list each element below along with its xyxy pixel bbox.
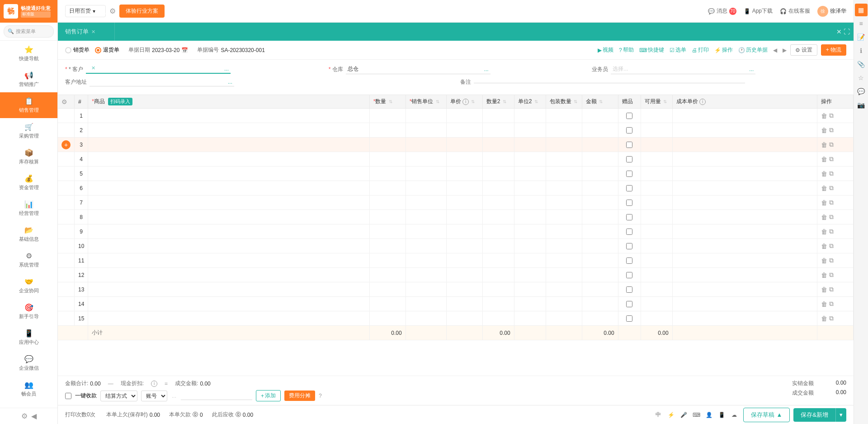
available-cell[interactable]: [641, 297, 672, 311]
product-cell[interactable]: [88, 210, 369, 224]
product-cell[interactable]: [88, 268, 369, 282]
qty-cell[interactable]: [369, 239, 406, 253]
column-settings-header[interactable]: ⚙: [58, 95, 75, 109]
cost-price-cell[interactable]: [672, 311, 817, 326]
discount-info-icon[interactable]: i: [151, 381, 157, 387]
pack-qty-cell[interactable]: [546, 239, 582, 253]
amount-cell[interactable]: [582, 167, 618, 181]
amount-cell[interactable]: [582, 195, 618, 210]
cost-price-cell[interactable]: [672, 109, 817, 123]
price-cell[interactable]: [446, 253, 482, 268]
cost-price-cell[interactable]: [672, 268, 817, 282]
qty2-cell[interactable]: [482, 210, 514, 224]
pack-qty-cell[interactable]: [546, 224, 582, 239]
pack-qty-cell[interactable]: [546, 181, 582, 195]
qty-cell[interactable]: [369, 253, 406, 268]
delete-row-icon[interactable]: 🗑: [821, 141, 827, 148]
qty-cell[interactable]: [369, 297, 406, 311]
pack-qty-cell[interactable]: [546, 311, 582, 326]
product-cell[interactable]: [88, 138, 369, 152]
qty-cell[interactable]: [369, 109, 406, 123]
s-icon-3[interactable]: 🎤: [678, 410, 689, 420]
sidebar-item-appstore[interactable]: 📱应用中心: [0, 324, 57, 350]
address-input[interactable]: ...: [90, 78, 234, 86]
delete-row-icon[interactable]: 🗑: [821, 228, 827, 235]
qty2-cell[interactable]: [482, 268, 514, 282]
calendar-icon[interactable]: 📅: [181, 47, 188, 53]
sidebar-collapse-icon[interactable]: ◀: [31, 412, 37, 420]
gift-checkbox[interactable]: [626, 243, 632, 249]
copy-row-icon[interactable]: ⧉: [829, 271, 834, 279]
unit-cell[interactable]: [406, 109, 446, 123]
copy-row-icon[interactable]: ⧉: [829, 199, 834, 206]
product-cell[interactable]: [88, 253, 369, 268]
product-cell[interactable]: [88, 297, 369, 311]
amount-cell[interactable]: [582, 123, 618, 138]
pack-qty-cell[interactable]: [546, 123, 582, 138]
qty-cell[interactable]: [369, 195, 406, 210]
gift-cell[interactable]: [618, 123, 641, 138]
gift-checkbox[interactable]: [626, 171, 632, 177]
messages-button[interactable]: 💬 消息 70: [708, 7, 736, 15]
qty2-cell[interactable]: [482, 195, 514, 210]
amount-cell[interactable]: [582, 282, 618, 297]
product-cell[interactable]: [88, 239, 369, 253]
unit2-cell[interactable]: [514, 253, 546, 268]
customer-service-button[interactable]: 🎧 在线客服: [780, 7, 810, 15]
amount-cell[interactable]: [582, 152, 618, 167]
product-cell[interactable]: [88, 152, 369, 167]
delete-row-icon[interactable]: 🗑: [821, 257, 827, 264]
available-cell[interactable]: [641, 210, 672, 224]
gift-checkbox[interactable]: [626, 286, 632, 293]
s-icon-7[interactable]: ☁: [729, 410, 740, 420]
price-cell[interactable]: [446, 123, 482, 138]
gift-cell[interactable]: [618, 253, 641, 268]
video-link[interactable]: ▶ 视频: [598, 46, 613, 54]
unit2-cell[interactable]: [514, 297, 546, 311]
available-cell[interactable]: [641, 152, 672, 167]
unit-cell[interactable]: [406, 282, 446, 297]
copy-row-icon[interactable]: ⧉: [829, 170, 834, 177]
qty-cell[interactable]: [369, 224, 406, 239]
sidebar-item-system[interactable]: ⚙系统管理: [0, 247, 57, 273]
plan-button[interactable]: 体验行业方案: [119, 5, 165, 18]
qty2-cell[interactable]: [482, 239, 514, 253]
right-panel-camera-button[interactable]: 📷: [855, 99, 868, 111]
unit-cell[interactable]: [406, 224, 446, 239]
add-payment-button[interactable]: + 添加: [256, 390, 281, 401]
gift-cell[interactable]: [618, 224, 641, 239]
delete-row-icon[interactable]: 🗑: [821, 300, 827, 308]
qty2-cell[interactable]: [482, 311, 514, 326]
close-tab-sales-order[interactable]: ✕: [91, 29, 95, 35]
amount-cell[interactable]: [582, 181, 618, 195]
save-new-button[interactable]: 保存&新增: [793, 408, 835, 422]
delete-row-icon[interactable]: 🗑: [821, 127, 827, 134]
cost-price-cell[interactable]: [672, 195, 817, 210]
account-select[interactable]: 账号: [141, 391, 167, 401]
payment-help-icon[interactable]: ?: [319, 393, 322, 399]
cost-price-cell[interactable]: [672, 152, 817, 167]
copy-row-icon[interactable]: ⧉: [829, 257, 834, 264]
available-cell[interactable]: [641, 311, 672, 326]
sidebar-item-enterprise[interactable]: 🤝企业协同: [0, 273, 57, 299]
delete-row-icon[interactable]: 🗑: [821, 112, 827, 119]
pack-qty-cell[interactable]: [546, 210, 582, 224]
nav-prev-icon[interactable]: ◀: [773, 47, 777, 53]
amount-cell[interactable]: [582, 268, 618, 282]
qty-cell[interactable]: [369, 123, 406, 138]
qty2-cell[interactable]: [482, 109, 514, 123]
unit-cell[interactable]: [406, 268, 446, 282]
available-cell[interactable]: [641, 224, 672, 239]
amount-input[interactable]: [181, 391, 252, 400]
warehouse-input[interactable]: 总仓 ...: [346, 64, 491, 74]
qty2-cell[interactable]: [482, 167, 514, 181]
gift-checkbox[interactable]: [626, 142, 632, 148]
tab-home[interactable]: 首页: [58, 0, 115, 5]
copy-row-icon[interactable]: ⧉: [829, 155, 834, 163]
sidebar-item-wechat[interactable]: 💬企业微信: [0, 350, 57, 376]
history-link[interactable]: 🕐 历史单据: [738, 46, 768, 54]
qty-cell[interactable]: [369, 311, 406, 326]
pack-qty-cell[interactable]: [546, 282, 582, 297]
save-new-dropdown-button[interactable]: ▾: [835, 408, 846, 422]
available-cell[interactable]: [641, 167, 672, 181]
